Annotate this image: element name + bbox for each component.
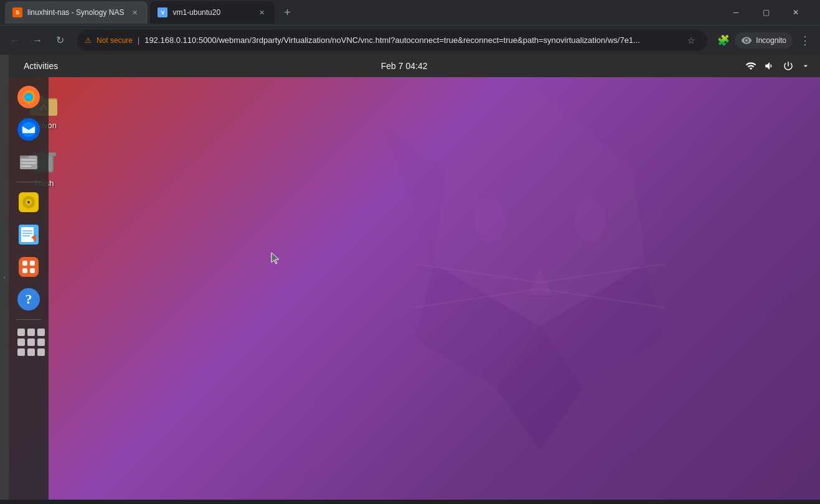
tab2-close-button[interactable]: ✕ <box>256 7 267 18</box>
svg-rect-37 <box>30 268 35 273</box>
dock-item-files[interactable] <box>14 147 44 177</box>
appstore-icon <box>16 254 41 279</box>
tab-synology[interactable]: S linuxhint-nas - Synology NAS ✕ <box>5 1 148 24</box>
svg-rect-35 <box>30 261 35 266</box>
browser-title-bar: S linuxhint-nas - Synology NAS ✕ V vm1-u… <box>0 0 820 25</box>
svg-rect-19 <box>20 156 29 158</box>
svg-point-26 <box>27 201 30 203</box>
svg-text:?: ? <box>26 291 32 307</box>
security-warning-icon: ⚠ <box>85 36 92 45</box>
incognito-label: Incognito <box>756 36 786 45</box>
dock: ? <box>9 77 49 500</box>
ubuntu-desktop[interactable]: ? <box>9 77 820 500</box>
forward-button[interactable]: → <box>27 30 47 50</box>
svg-rect-34 <box>22 261 27 266</box>
rhythmbox-icon <box>16 190 41 215</box>
svg-point-7 <box>574 198 605 242</box>
tab2-favicon: V <box>158 7 167 17</box>
help-icon: ? <box>16 287 41 312</box>
gnome-clock: Feb 7 04:42 <box>381 61 428 71</box>
thunderbird-icon <box>16 117 41 142</box>
new-tab-button[interactable]: + <box>277 2 297 22</box>
dock-item-writer[interactable] <box>14 220 44 250</box>
svg-point-6 <box>474 198 506 242</box>
address-separator: | <box>138 36 139 45</box>
svg-rect-22 <box>21 166 31 167</box>
security-warning-text: Not secure <box>97 36 133 45</box>
window-controls: ─ ▢ ✕ <box>722 2 810 22</box>
writer-icon <box>16 222 41 247</box>
dock-divider-2 <box>16 319 41 320</box>
minimize-button[interactable]: ─ <box>722 2 750 22</box>
bookmark-button[interactable]: ☆ <box>682 32 700 49</box>
dock-item-apps[interactable] <box>14 325 44 355</box>
dock-item-rhythmbox[interactable] <box>14 187 44 217</box>
gnome-sys-tray <box>745 60 810 72</box>
svg-rect-21 <box>21 162 36 164</box>
extensions-button[interactable]: 🧩 <box>715 32 732 49</box>
maximize-button[interactable]: ▢ <box>752 2 780 22</box>
tray-dropdown-icon[interactable] <box>801 62 810 70</box>
svg-rect-33 <box>19 257 39 277</box>
tab-ubuntu[interactable]: V vm1-ubuntu20 ✕ <box>150 1 275 24</box>
dock-divider <box>16 182 41 182</box>
reload-button[interactable]: ↻ <box>50 30 70 50</box>
close-button[interactable]: ✕ <box>781 2 810 22</box>
svg-rect-36 <box>22 268 27 273</box>
power-icon[interactable] <box>783 60 794 72</box>
activities-button[interactable]: Activities <box>19 61 63 71</box>
svg-rect-20 <box>21 159 36 161</box>
tab2-title: vm1-ubuntu20 <box>172 8 251 17</box>
mouse-cursor <box>270 251 278 264</box>
address-text: 192.168.0.110:5000/webman/3rdparty/Virtu… <box>144 35 677 45</box>
dock-item-help[interactable]: ? <box>14 284 44 314</box>
files-icon <box>16 149 41 174</box>
volume-icon <box>764 60 775 72</box>
dock-item-thunderbird[interactable] <box>14 114 44 144</box>
apps-grid-icon <box>14 325 44 355</box>
gnome-topbar: Activities Feb 7 04:42 <box>9 55 820 77</box>
back-button[interactable]: ← <box>5 30 25 50</box>
dock-item-appstore[interactable] <box>14 252 44 282</box>
firefox-icon <box>16 85 41 110</box>
vm-content: › Activities Feb 7 04:42 <box>0 55 820 500</box>
more-button[interactable]: ⋮ <box>795 30 815 50</box>
network-icon <box>745 60 756 72</box>
svg-rect-28 <box>21 227 34 242</box>
dock-item-firefox[interactable] <box>14 82 44 112</box>
ubuntu-vm: Activities Feb 7 04:42 <box>9 55 820 500</box>
incognito-icon <box>741 35 752 46</box>
address-bar: ← → ↻ ⚠ Not secure | 192.168.0.110:5000/… <box>0 25 820 55</box>
tab1-title: linuxhint-nas - Synology NAS <box>27 8 124 17</box>
tab1-favicon: S <box>12 7 22 17</box>
address-box[interactable]: ⚠ Not secure | 192.168.0.110:5000/webman… <box>77 30 707 51</box>
desktop-wallpaper-cat <box>322 77 758 500</box>
svg-point-15 <box>24 93 33 101</box>
tab1-close-button[interactable]: ✕ <box>129 7 140 18</box>
incognito-badge: Incognito <box>735 32 793 49</box>
side-panel-toggle[interactable]: › <box>0 55 9 500</box>
